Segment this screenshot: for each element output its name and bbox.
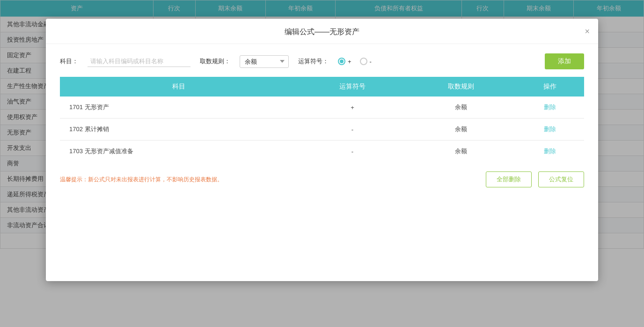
row3-action: 删除: [515, 141, 584, 163]
radio-plus-circle[interactable]: [338, 58, 345, 65]
tip-text: 温馨提示：新公式只对未出报表进行计算，不影响历史报表数据。: [60, 176, 223, 184]
delete-all-button[interactable]: 全部删除: [486, 171, 532, 187]
modal-close-button[interactable]: ×: [585, 27, 590, 36]
radio-plus-label: +: [348, 58, 351, 65]
row3-rule: 余额: [407, 141, 515, 163]
tip-content: 新公式只对未出报表进行计算，不影响历史报表数据。: [88, 176, 223, 183]
row2-subject: 1702 累计摊销: [60, 119, 298, 141]
row2-operator: -: [298, 119, 407, 141]
subject-input[interactable]: [88, 56, 190, 67]
footer-buttons: 全部删除 公式复位: [486, 171, 584, 187]
modal-footer: 温馨提示：新公式只对未出报表进行计算，不影响历史报表数据。 全部删除 公式复位: [46, 162, 598, 192]
row1-operator: +: [298, 97, 407, 119]
col-operator-header: 运算符号: [298, 77, 407, 97]
row2-rule: 余额: [407, 119, 515, 141]
operator-label: 运算符号：: [298, 57, 329, 66]
row1-action: 删除: [515, 97, 584, 119]
formula-table-wrapper: 科目 运算符号 取数规则 操作 1701 无形资产 + 余额 删除: [60, 77, 584, 162]
modal-title: 编辑公式——无形资产: [285, 27, 359, 37]
radio-minus-label: -: [370, 58, 372, 65]
modal-dialog: 编辑公式——无形资产 × 科目： 取数规则： 余额 借方发生额 贷方发生额 借方…: [46, 19, 598, 281]
formula-row: 1701 无形资产 + 余额 删除: [60, 97, 584, 119]
rule-select[interactable]: 余额 借方发生额 贷方发生额 借方累计 贷方累计: [240, 55, 289, 68]
operator-radio-group: + -: [338, 58, 372, 65]
delete-row2-button[interactable]: 删除: [544, 126, 556, 133]
reset-formula-button[interactable]: 公式复位: [538, 171, 584, 187]
modal-header: 编辑公式——无形资产 ×: [46, 19, 598, 44]
formula-table: 科目 运算符号 取数规则 操作 1701 无形资产 + 余额 删除: [60, 77, 584, 162]
formula-row: 1702 累计摊销 - 余额 删除: [60, 119, 584, 141]
row3-operator: -: [298, 141, 407, 163]
tip-prefix: 温馨提示：: [60, 176, 88, 183]
col-subject-header: 科目: [60, 77, 298, 97]
row2-action: 删除: [515, 119, 584, 141]
row3-subject: 1703 无形资产减值准备: [60, 141, 298, 163]
delete-row1-button[interactable]: 删除: [544, 104, 556, 111]
row1-subject: 1701 无形资产: [60, 97, 298, 119]
col-action-header: 操作: [515, 77, 584, 97]
delete-row3-button[interactable]: 删除: [544, 148, 556, 155]
formula-form: 科目： 取数规则： 余额 借方发生额 贷方发生额 借方累计 贷方累计 运算符号：…: [46, 44, 598, 77]
modal-overlay: 编辑公式——无形资产 × 科目： 取数规则： 余额 借方发生额 贷方发生额 借方…: [0, 0, 644, 327]
radio-minus-circle[interactable]: [360, 58, 367, 65]
radio-plus[interactable]: +: [338, 58, 351, 65]
radio-minus[interactable]: -: [360, 58, 372, 65]
row1-rule: 余额: [407, 97, 515, 119]
col-rule-header: 取数规则: [407, 77, 515, 97]
rule-label: 取数规则：: [200, 57, 230, 66]
add-formula-button[interactable]: 添加: [545, 53, 584, 69]
formula-row: 1703 无形资产减值准备 - 余额 删除: [60, 141, 584, 163]
subject-label: 科目：: [60, 57, 78, 66]
